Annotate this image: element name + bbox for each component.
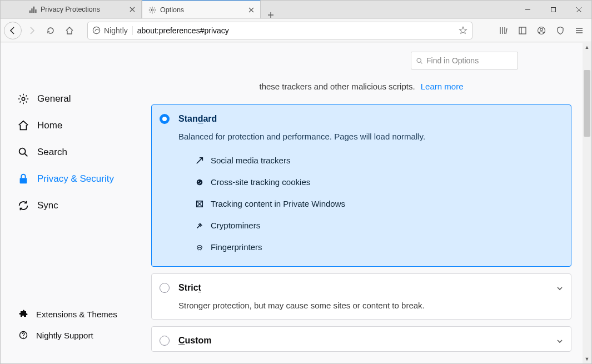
reload-button[interactable] xyxy=(42,22,59,39)
svg-point-15 xyxy=(23,337,24,338)
sidebar-item-label: General xyxy=(37,93,71,104)
card-description: Stronger protection, but may cause some … xyxy=(178,301,560,310)
preferences-content: Find in Options General Home Search xyxy=(1,43,583,363)
close-icon[interactable] xyxy=(247,6,256,14)
sidebar-button[interactable] xyxy=(514,22,531,39)
svg-point-4 xyxy=(151,9,153,11)
sidebar-item-privacy[interactable]: Privacy & Security xyxy=(17,166,128,192)
tracking-content-icon xyxy=(195,200,204,208)
close-button[interactable] xyxy=(566,1,591,18)
forward-button[interactable] xyxy=(23,22,41,39)
identity-label: Nightly xyxy=(104,26,128,35)
protection-item: Social media trackers xyxy=(195,156,560,165)
card-title: Standard xyxy=(178,114,560,124)
protection-custom-card[interactable]: Custom xyxy=(151,326,571,352)
social-trackers-icon xyxy=(195,156,204,165)
protection-strict-card[interactable]: Strict Stronger protection, but may caus… xyxy=(151,273,571,320)
svg-rect-13 xyxy=(20,178,27,183)
svg-rect-1 xyxy=(31,8,32,13)
help-icon xyxy=(18,330,28,340)
card-title: Strict xyxy=(178,283,560,293)
dashboard-icon xyxy=(28,5,37,14)
svg-point-16 xyxy=(197,179,203,185)
maximize-button[interactable] xyxy=(540,1,566,18)
sidebar-item-label: Search xyxy=(37,147,67,158)
fingerprint-icon xyxy=(195,243,204,252)
tab-label: Options xyxy=(160,6,245,14)
titlebar: Privacy Protections Options xyxy=(1,1,591,19)
chevron-down-icon[interactable] xyxy=(556,338,563,345)
svg-point-9 xyxy=(540,28,543,30)
protection-item: Cryptominers xyxy=(195,221,560,230)
radio-custom[interactable] xyxy=(160,336,170,346)
identity-box[interactable]: Nightly xyxy=(92,26,133,35)
tabstrip: Privacy Protections Options xyxy=(23,1,281,18)
sidebar-item-home[interactable]: Home xyxy=(17,112,128,139)
new-tab-button[interactable] xyxy=(261,12,281,18)
tab-label: Privacy Protections xyxy=(41,6,126,13)
hamburger-menu-button[interactable] xyxy=(570,22,588,39)
protection-item-label: Social media trackers xyxy=(211,156,290,165)
protection-standard-card[interactable]: Standard Balanced for protection and per… xyxy=(151,104,571,267)
cookie-icon xyxy=(195,178,204,187)
sidebar-item-general[interactable]: General xyxy=(17,86,128,112)
protection-item: Fingerprinters xyxy=(195,242,560,252)
svg-point-6 xyxy=(93,27,100,33)
bookmark-star-icon[interactable] xyxy=(459,26,467,35)
firefox-icon xyxy=(92,26,101,34)
chevron-down-icon[interactable] xyxy=(556,285,563,292)
window-controls xyxy=(515,1,591,18)
svg-rect-3 xyxy=(35,9,36,13)
learn-more-link[interactable]: Learn more xyxy=(421,82,464,91)
support-link[interactable]: Nightly Support xyxy=(18,325,117,346)
account-button[interactable] xyxy=(533,22,550,39)
radio-strict[interactable] xyxy=(160,283,170,293)
scroll-down-arrow[interactable]: ▼ xyxy=(583,355,591,363)
protection-item: Tracking content in Private Windows xyxy=(195,199,560,208)
bottom-nav-label: Extensions & Themes xyxy=(36,310,117,319)
url-text: about:preferences#privacy xyxy=(137,26,229,35)
gear-icon xyxy=(17,93,29,105)
svg-rect-5 xyxy=(551,7,555,12)
close-icon[interactable] xyxy=(128,5,137,14)
protection-item-label: Cryptominers xyxy=(211,221,260,230)
minimize-button[interactable] xyxy=(515,1,540,18)
card-title: Custom xyxy=(178,336,560,346)
protection-shield-button[interactable] xyxy=(551,22,569,39)
svg-point-11 xyxy=(22,97,25,101)
protection-item: Cross-site tracking cookies xyxy=(195,177,560,187)
tab-privacy-protections[interactable]: Privacy Protections xyxy=(23,0,142,18)
svg-point-17 xyxy=(198,181,199,182)
sidebar-item-search[interactable]: Search xyxy=(17,139,128,166)
main-panel: these trackers and other malicious scrip… xyxy=(151,43,571,363)
library-button[interactable] xyxy=(495,22,513,39)
scroll-thumb[interactable] xyxy=(584,70,590,137)
extensions-link[interactable]: Extensions & Themes xyxy=(18,303,117,325)
sidebar-item-label: Privacy & Security xyxy=(37,173,114,185)
sync-icon xyxy=(17,200,29,212)
svg-point-12 xyxy=(19,148,26,154)
intro-line: these trackers and other malicious scrip… xyxy=(259,82,415,91)
navbar: Nightly about:preferences#privacy xyxy=(1,19,591,42)
back-button[interactable] xyxy=(4,22,22,39)
search-icon xyxy=(17,146,29,158)
bottom-nav: Extensions & Themes Nightly Support xyxy=(18,303,117,346)
vertical-scrollbar[interactable]: ▲ ▼ xyxy=(583,43,591,363)
puzzle-icon xyxy=(18,309,28,319)
sidebar-item-label: Home xyxy=(37,120,62,131)
svg-point-19 xyxy=(198,183,200,184)
radio-standard[interactable] xyxy=(160,114,170,124)
window: Privacy Protections Options xyxy=(0,0,592,364)
svg-rect-2 xyxy=(33,6,34,12)
tab-options[interactable]: Options xyxy=(142,0,261,18)
url-bar[interactable]: Nightly about:preferences#privacy xyxy=(87,22,472,39)
svg-rect-7 xyxy=(519,27,526,34)
home-button[interactable] xyxy=(61,22,78,39)
svg-point-18 xyxy=(200,182,201,183)
protection-items: Social media trackers Cross-site trackin… xyxy=(195,156,560,252)
protection-item-label: Tracking content in Private Windows xyxy=(211,199,345,208)
intro-text: these trackers and other malicious scrip… xyxy=(151,82,571,91)
scroll-up-arrow[interactable]: ▲ xyxy=(583,43,591,52)
home-icon xyxy=(17,119,29,132)
sidebar-item-sync[interactable]: Sync xyxy=(17,192,128,219)
